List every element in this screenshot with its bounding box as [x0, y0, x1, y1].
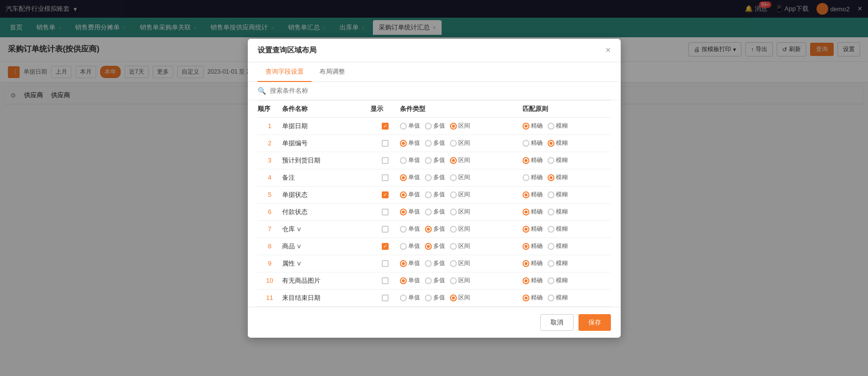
table-row: 4备注单值多值区间精确模糊: [258, 169, 611, 187]
row-display-checkbox[interactable]: [370, 260, 400, 267]
radio-type-单值[interactable]: 单值: [400, 276, 420, 285]
radio-type-区间[interactable]: 区间: [450, 242, 470, 250]
radio-type-单值[interactable]: 单值: [400, 139, 420, 147]
table-row: 7仓库 ∨单值多值区间精确模糊: [258, 221, 611, 238]
row-match-group: 精确模糊: [523, 190, 621, 199]
radio-match-精确[interactable]: 精确: [523, 294, 543, 302]
radio-type-单值[interactable]: 单值: [400, 259, 420, 268]
row-type-group: 单值多值区间: [400, 122, 523, 130]
radio-type-单值[interactable]: 单值: [400, 242, 420, 250]
radio-match-精确[interactable]: 精确: [523, 190, 543, 199]
radio-type-区间[interactable]: 区间: [450, 122, 470, 130]
row-display-checkbox[interactable]: [370, 226, 400, 233]
radio-match-模糊[interactable]: 模糊: [548, 242, 568, 250]
radio-type-区间[interactable]: 区间: [450, 208, 470, 216]
radio-match-精确[interactable]: 精确: [523, 139, 543, 147]
row-match-group: 精确模糊: [523, 208, 621, 216]
row-type-group: 单值多值区间: [400, 190, 523, 199]
row-match-group: 精确模糊: [523, 122, 621, 130]
row-match-group: 精确模糊: [523, 156, 621, 164]
radio-match-模糊[interactable]: 模糊: [548, 225, 568, 233]
table-row: 11来目结束日期单值多值区间精确模糊: [258, 290, 611, 307]
radio-type-单值[interactable]: 单值: [400, 294, 420, 302]
modal-close-btn[interactable]: ×: [605, 46, 611, 54]
row-display-checkbox[interactable]: [370, 140, 400, 147]
table-row: 10有无商品图片单值多值区间精确模糊: [258, 272, 611, 290]
radio-type-多值[interactable]: 多值: [425, 276, 445, 285]
save-button[interactable]: 保存: [579, 314, 611, 331]
radio-type-区间[interactable]: 区间: [450, 225, 470, 233]
row-name: 属性 ∨: [282, 259, 370, 268]
tab-layout[interactable]: 布局调整: [312, 62, 353, 82]
radio-match-模糊[interactable]: 模糊: [548, 156, 568, 164]
row-display-checkbox[interactable]: [370, 277, 400, 284]
modal-tabs: 查询字段设置 布局调整: [248, 62, 621, 82]
radio-type-多值[interactable]: 多值: [425, 173, 445, 182]
row-match-group: 精确模糊: [523, 259, 621, 268]
radio-type-区间[interactable]: 区间: [450, 156, 470, 164]
radio-match-精确[interactable]: 精确: [523, 156, 543, 164]
row-match-group: 精确模糊: [523, 139, 621, 147]
radio-match-精确[interactable]: 精确: [523, 259, 543, 268]
row-display-checkbox[interactable]: [370, 295, 400, 301]
radio-match-精确[interactable]: 精确: [523, 122, 543, 130]
radio-match-精确[interactable]: 精确: [523, 225, 543, 233]
radio-match-模糊[interactable]: 模糊: [548, 122, 568, 130]
row-display-checkbox[interactable]: [370, 209, 400, 215]
radio-match-模糊[interactable]: 模糊: [548, 294, 568, 302]
radio-type-多值[interactable]: 多值: [425, 259, 445, 268]
radio-type-单值[interactable]: 单值: [400, 225, 420, 233]
radio-match-精确[interactable]: 精确: [523, 276, 543, 285]
row-order: 7: [258, 225, 282, 233]
radio-match-精确[interactable]: 精确: [523, 173, 543, 182]
radio-type-多值[interactable]: 多值: [425, 122, 445, 130]
row-type-group: 单值多值区间: [400, 259, 523, 268]
row-match-group: 精确模糊: [523, 242, 621, 250]
col-type-header: 条件类型: [400, 105, 523, 113]
radio-type-区间[interactable]: 区间: [450, 259, 470, 268]
radio-match-模糊[interactable]: 模糊: [548, 139, 568, 147]
modal-header: 设置查询区域布局 ×: [248, 39, 621, 62]
radio-type-区间[interactable]: 区间: [450, 294, 470, 302]
radio-type-多值[interactable]: 多值: [425, 294, 445, 302]
radio-type-单值[interactable]: 单值: [400, 156, 420, 164]
radio-type-多值[interactable]: 多值: [425, 139, 445, 147]
col-match-header: 匹配原则: [523, 105, 621, 113]
row-display-checkbox[interactable]: [370, 174, 400, 181]
row-type-group: 单值多值区间: [400, 225, 523, 233]
radio-type-单值[interactable]: 单值: [400, 190, 420, 199]
radio-match-模糊[interactable]: 模糊: [548, 276, 568, 285]
radio-type-多值[interactable]: 多值: [425, 190, 445, 199]
radio-match-精确[interactable]: 精确: [523, 242, 543, 250]
radio-match-模糊[interactable]: 模糊: [548, 190, 568, 199]
radio-type-多值[interactable]: 多值: [425, 242, 445, 250]
radio-type-区间[interactable]: 区间: [450, 276, 470, 285]
radio-match-精确[interactable]: 精确: [523, 208, 543, 216]
search-input[interactable]: [270, 87, 611, 94]
radio-type-多值[interactable]: 多值: [425, 156, 445, 164]
radio-type-单值[interactable]: 单值: [400, 122, 420, 130]
radio-match-模糊[interactable]: 模糊: [548, 208, 568, 216]
row-display-checkbox[interactable]: [370, 123, 400, 130]
row-display-checkbox[interactable]: [370, 157, 400, 164]
radio-type-区间[interactable]: 区间: [450, 190, 470, 199]
radio-type-单值[interactable]: 单值: [400, 208, 420, 216]
row-display-checkbox[interactable]: [370, 243, 400, 250]
radio-match-模糊[interactable]: 模糊: [548, 173, 568, 182]
row-type-group: 单值多值区间: [400, 276, 523, 285]
row-order: 2: [258, 139, 282, 147]
row-display-checkbox[interactable]: [370, 191, 400, 198]
table-row: 8商品 ∨单值多值区间精确模糊: [258, 238, 611, 255]
row-order: 6: [258, 208, 282, 215]
radio-type-多值[interactable]: 多值: [425, 208, 445, 216]
radio-type-区间[interactable]: 区间: [450, 173, 470, 182]
row-type-group: 单值多值区间: [400, 294, 523, 302]
col-order-header: 顺序: [258, 105, 282, 113]
cancel-button[interactable]: 取消: [540, 314, 574, 331]
radio-match-模糊[interactable]: 模糊: [548, 259, 568, 268]
radio-type-单值[interactable]: 单值: [400, 173, 420, 182]
tab-query-field[interactable]: 查询字段设置: [258, 62, 312, 82]
row-name: 仓库 ∨: [282, 225, 370, 234]
radio-type-多值[interactable]: 多值: [425, 225, 445, 233]
radio-type-区间[interactable]: 区间: [450, 139, 470, 147]
